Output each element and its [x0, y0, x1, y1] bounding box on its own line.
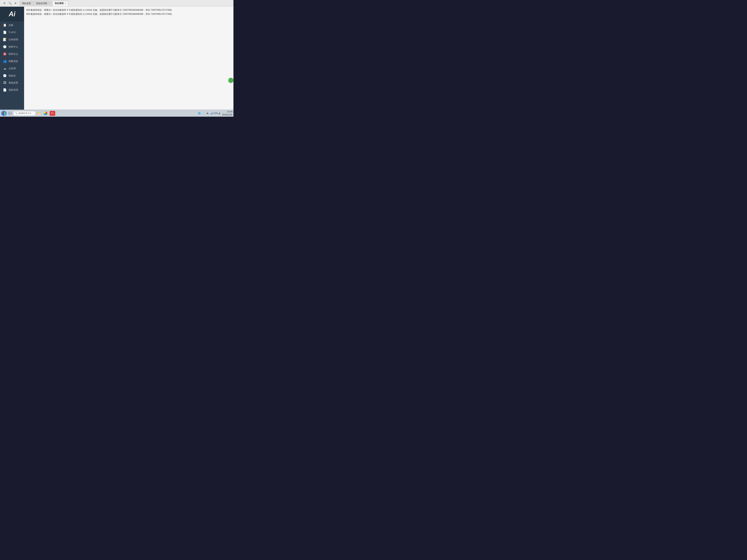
- content-area: 605 数据库错误，请重试！尝试在数据库 9 中提取逻辑页 (1:13434) …: [24, 7, 233, 110]
- cloud-apps-icon: ☁: [3, 67, 7, 70]
- tab-init-nav[interactable]: 初始化导航 ×: [34, 1, 52, 6]
- sys-mgmt-label: 系统管理: [8, 88, 18, 92]
- taskbar-color-wheel[interactable]: [42, 111, 49, 116]
- general-ledger-label: 总账: [8, 24, 14, 27]
- svg-rect-10: [211, 113, 212, 114]
- taskbar-search-label: 搜索网页和文件: [18, 112, 31, 115]
- tab-init-nav-close[interactable]: ×: [48, 2, 49, 4]
- error-line-2: 605 数据库错误，请重试！尝试在数据库 9 中提取逻辑页 (1:13434) …: [26, 12, 231, 16]
- tab-init-nav-label: 初始化导航: [36, 2, 47, 5]
- taskbar-search-icon: 🔍: [15, 112, 18, 114]
- initialize-icon: 🕐: [3, 74, 7, 77]
- taskbar-folder[interactable]: 📁: [36, 111, 42, 116]
- sidebar-item-collab-office[interactable]: 🎯 协同办公: [0, 50, 24, 58]
- app-logo: Ai: [9, 10, 16, 18]
- svg-rect-3: [4, 113, 5, 115]
- folder-icon: 📁: [37, 112, 41, 115]
- sidebar-item-loan[interactable]: 👥 我要贷款: [0, 58, 24, 65]
- clock-time: 16:44: [222, 110, 232, 113]
- green-circle-indicator: [228, 78, 233, 83]
- loan-icon: 👥: [3, 59, 7, 63]
- tray-arrow-icon[interactable]: [206, 112, 209, 115]
- tab-my-desktop-label: 我的桌面: [22, 2, 31, 5]
- basic-settings-label: 基础设置: [8, 81, 18, 84]
- svg-rect-1: [4, 112, 5, 113]
- tray-network-icon[interactable]: [210, 112, 213, 115]
- tab-voucher-mgmt-close[interactable]: ×: [65, 2, 66, 4]
- tray-volume-icon[interactable]: 🔊: [218, 112, 222, 115]
- report-center-icon: 🕐: [3, 45, 7, 49]
- windows-icon: [2, 112, 5, 115]
- tray-up-arrow: [206, 112, 209, 115]
- tab-voucher-mgmt-label: 凭证管理: [55, 2, 63, 5]
- cloud-apps-label: 云应用: [8, 67, 16, 70]
- taskbar-icon-1: [8, 111, 12, 115]
- tab-my-desktop[interactable]: 我的桌面: [20, 1, 33, 6]
- start-button[interactable]: [1, 111, 7, 116]
- sidebar-item-t-ufo[interactable]: 📄 T-UFO: [0, 29, 24, 36]
- sidebar-item-cash-mgmt[interactable]: 📝 出纳管理: [0, 36, 24, 43]
- taskbar-btn-1[interactable]: [7, 111, 12, 116]
- svg-point-5: [9, 113, 10, 114]
- sidebar-item-cloud-apps[interactable]: ☁ 云应用: [0, 65, 24, 72]
- collab-office-label: 协同办公: [8, 52, 18, 56]
- main-area: Ai 📋 总账 📄 T-UFO 📝 出纳管理 🕐 报表中心: [0, 7, 233, 110]
- tray-icon-2[interactable]: _: [202, 112, 205, 115]
- svg-rect-9: [210, 113, 211, 114]
- svg-rect-11: [212, 112, 213, 114]
- svg-marker-8: [206, 112, 209, 114]
- sidebar-item-report-center[interactable]: 🕐 报表中心: [0, 43, 24, 50]
- add-tab-icon[interactable]: +: [14, 1, 18, 5]
- svg-point-4: [8, 112, 11, 115]
- taskbar-search[interactable]: 🔍 搜索网页和文件: [14, 111, 35, 115]
- menu-icon[interactable]: ≡: [2, 1, 7, 5]
- loan-label: 我要贷款: [8, 60, 18, 63]
- t-ufo-label: T-UFO: [8, 31, 16, 34]
- cash-mgmt-icon: 📝: [3, 38, 7, 41]
- tab-bar: ≡ 🔍 + 我的桌面 初始化导航 × 凭证管理 ×: [0, 0, 233, 7]
- basic-settings-icon: 🖼: [3, 81, 7, 84]
- search-icon[interactable]: 🔍: [8, 1, 12, 5]
- error-line-1: 605 数据库错误，请重试！尝试在数据库 9 中提取逻辑页 (1:13434) …: [26, 8, 231, 12]
- report-center-label: 报表中心: [8, 45, 18, 49]
- t-plus-label: T+: [51, 112, 54, 115]
- taskbar-t-plus[interactable]: T+: [50, 111, 55, 116]
- taskbar-clock[interactable]: 16:44 2018/11/25: [222, 110, 232, 116]
- collab-office-icon: 🎯: [3, 52, 7, 56]
- sidebar-item-basic-settings[interactable]: 🖼 基础设置: [0, 79, 24, 86]
- system-tray: 🌐 _ 1G44 🔊 16:44: [198, 110, 232, 116]
- general-ledger-icon: 📋: [3, 23, 7, 27]
- initialize-label: 初始化: [8, 74, 16, 77]
- svg-rect-0: [3, 112, 4, 113]
- sidebar-item-general-ledger[interactable]: 📋 总账: [0, 22, 24, 29]
- t-ufo-icon: 📄: [3, 31, 7, 34]
- taskbar: 🔍 搜索网页和文件 📁 T+ 🌐: [0, 110, 233, 117]
- sidebar-item-initialize[interactable]: 🕐 初始化: [0, 72, 24, 79]
- cash-mgmt-label: 出纳管理: [8, 38, 18, 41]
- tab-voucher-mgmt[interactable]: 凭证管理 ×: [52, 1, 68, 6]
- clock-date: 2018/11/25: [222, 113, 232, 116]
- sidebar-header: Ai: [0, 7, 24, 22]
- tray-signal-label: 1G44: [214, 112, 217, 115]
- svg-rect-2: [3, 113, 4, 115]
- sidebar: Ai 📋 总账 📄 T-UFO 📝 出纳管理 🕐 报表中心: [0, 7, 24, 110]
- tab-bar-icons: ≡ 🔍 +: [1, 1, 19, 5]
- color-wheel-icon: [43, 111, 48, 115]
- sidebar-item-sys-mgmt[interactable]: 📄 系统管理: [0, 86, 24, 94]
- sys-mgmt-icon: 📄: [3, 88, 7, 92]
- svg-point-6: [10, 113, 11, 114]
- tray-globe-icon[interactable]: 🌐: [198, 112, 201, 115]
- network-icon: [210, 112, 213, 115]
